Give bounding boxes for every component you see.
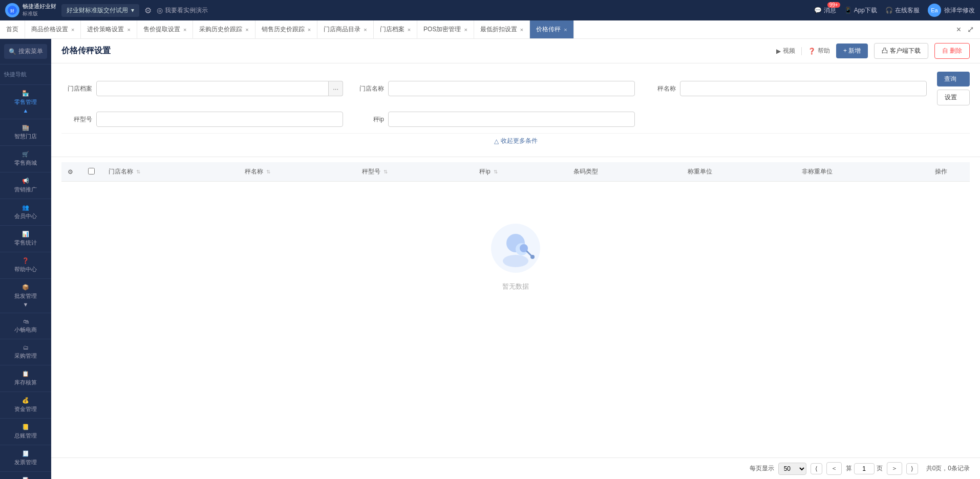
tab-price-scale[interactable]: 价格传秤 ×: [530, 20, 573, 38]
page-input[interactable]: [854, 463, 875, 474]
topbar: 财 畅捷通好业财 标准版 好业财标准版交付试用 ▾ ⚙ ◎ 我要看实例演示 💬 …: [0, 0, 980, 20]
close-icon[interactable]: ×: [127, 27, 130, 33]
app-download-btn[interactable]: 📱 App下载: [844, 6, 877, 15]
download-client-button[interactable]: 凸 客户端下载: [874, 43, 928, 59]
close-tab-btn[interactable]: ×: [954, 24, 963, 35]
demo-link[interactable]: ◎ 我要看实例演示: [157, 6, 208, 15]
store-archive-browse-btn[interactable]: ···: [329, 81, 343, 96]
sidebar-item-help-center[interactable]: ❓ 帮助中心: [0, 252, 51, 279]
data-table: ⚙ 门店名称 ⇅ 秤名称: [61, 162, 970, 182]
sidebar-item-tax[interactable]: 📑 税务管理: [0, 472, 51, 479]
sidebar-item-retail-mall[interactable]: 🛒 零售商城: [0, 146, 51, 172]
last-page-btn[interactable]: ⟩: [906, 463, 918, 474]
sidebar-item-wholesale-manage[interactable]: 📦 批发管理 ▼: [0, 279, 51, 313]
select-all-checkbox[interactable]: [88, 168, 95, 175]
sort-icon[interactable]: ⇅: [136, 169, 140, 175]
sidebar-search-btn[interactable]: 🔍 搜索菜单: [4, 44, 47, 59]
help-icon: ❓: [22, 257, 29, 264]
pagination-total: 共0页，0条记录: [926, 464, 970, 473]
smart-store-icon: 🏬: [22, 124, 29, 131]
close-icon[interactable]: ×: [464, 27, 467, 33]
video-link[interactable]: ▶ 视频: [776, 47, 795, 55]
messages-btn[interactable]: 💬 消息 99+: [814, 6, 836, 15]
divider: [801, 47, 802, 55]
finance-icon: 💰: [22, 397, 29, 404]
collapse-bar[interactable]: △ 收起更多条件: [61, 133, 970, 148]
tab-purchase-strategy[interactable]: 进价策略设置 ×: [81, 20, 137, 38]
close-icon[interactable]: ×: [408, 27, 411, 33]
th-non-weight-unit: 非称重单位: [796, 162, 929, 182]
close-icon[interactable]: ×: [71, 27, 74, 33]
per-page-label: 每页显示: [750, 464, 774, 473]
th-barcode-type: 条码类型: [567, 162, 681, 182]
topbar-settings-icon[interactable]: ⚙: [144, 6, 152, 15]
sidebar-item-retail-manage[interactable]: 🏪 零售管理 ▲: [0, 85, 51, 119]
scale-ip-input[interactable]: [388, 112, 635, 127]
settings-icon[interactable]: ⚙: [68, 168, 73, 176]
help-circle-icon: ❓: [808, 48, 816, 55]
maximize-tab-btn[interactable]: ⤢: [965, 24, 976, 35]
sidebar-item-smart-store[interactable]: 🏬 智慧门店: [0, 119, 51, 146]
close-icon[interactable]: ×: [308, 27, 311, 33]
sidebar-item-marketing[interactable]: 📢 营销推广: [0, 172, 51, 199]
th-scale-model: 秤型号 ⇅: [356, 162, 473, 182]
next-page-btn[interactable]: ＞: [887, 462, 902, 475]
per-page-select[interactable]: 50 10 20 100: [778, 463, 806, 475]
add-button[interactable]: + 新增: [836, 43, 868, 58]
sort-icon[interactable]: ⇅: [384, 169, 388, 175]
download-icon: 📱: [844, 7, 852, 14]
store-name-label: 门店名称: [353, 84, 384, 93]
tab-store-file[interactable]: 门店档案 ×: [374, 20, 417, 38]
table-header-row: ⚙ 门店名称 ⇅ 秤名称: [61, 162, 970, 182]
prev-page-btn[interactable]: ＜: [826, 462, 842, 475]
tab-pos-manage[interactable]: POS加密管理 ×: [417, 20, 474, 38]
tab-sale-extract[interactable]: 售价提取设置 ×: [137, 20, 193, 38]
tab-home[interactable]: 首页: [0, 20, 25, 38]
sidebar-item-member-center[interactable]: 👥 会员中心: [0, 199, 51, 226]
close-icon[interactable]: ×: [245, 27, 248, 33]
user-menu[interactable]: Ea 徐泽华修改: [928, 4, 975, 17]
filter-scale-model: 秤型号: [61, 112, 343, 127]
first-page-btn[interactable]: ⟨: [811, 463, 822, 474]
close-icon[interactable]: ×: [183, 27, 186, 33]
scale-name-input[interactable]: [680, 81, 927, 96]
sidebar-item-inventory[interactable]: 📋 库存核算: [0, 365, 51, 392]
th-settings: ⚙: [61, 162, 82, 182]
sidebar-item-finance[interactable]: 💰 资金管理: [0, 392, 51, 419]
sidebar-item-general-ledger[interactable]: 📒 总账管理: [0, 419, 51, 445]
close-icon[interactable]: ×: [364, 27, 367, 33]
tab-min-discount[interactable]: 最低折扣设置 ×: [474, 20, 530, 38]
store-archive-input[interactable]: [96, 81, 329, 96]
scale-model-input[interactable]: [96, 112, 343, 127]
tab-store-catalog[interactable]: 门店商品目录 ×: [317, 20, 373, 38]
sidebar-item-retail-stats[interactable]: 📊 零售统计: [0, 226, 51, 252]
online-service-btn[interactable]: 🎧 在线客服: [885, 6, 920, 15]
pagination-info: 算 页: [846, 463, 883, 474]
chevron-down-icon: ▾: [131, 7, 134, 14]
close-icon[interactable]: ×: [520, 27, 523, 33]
close-icon[interactable]: ×: [564, 27, 567, 33]
delete-button[interactable]: 自 删除: [934, 43, 970, 59]
table-section: ⚙ 门店名称 ⇅ 秤名称: [51, 157, 980, 458]
tab-price-setting[interactable]: 商品价格设置 ×: [25, 20, 81, 38]
settings-filter-button[interactable]: 设置: [937, 90, 970, 105]
svg-text:财: 财: [10, 9, 14, 13]
svg-point-4: [503, 255, 528, 267]
sidebar-item-xiaochang-ecom[interactable]: 🛍 小畅电商: [0, 313, 51, 339]
logo-icon: 财: [5, 3, 19, 17]
sidebar-item-purchase-manage[interactable]: 🗂 采购管理: [0, 339, 51, 365]
tab-bar-actions: × ⤢: [950, 20, 980, 38]
store-name-input[interactable]: [388, 81, 635, 96]
tab-sale-history[interactable]: 销售历史价跟踪 ×: [255, 20, 317, 38]
query-button[interactable]: 查询: [937, 72, 970, 86]
version-selector[interactable]: 好业财标准版交付试用 ▾: [61, 4, 139, 17]
scale-ip-label: 秤ip: [353, 115, 384, 124]
headset-icon: 🎧: [885, 7, 893, 14]
page-header-actions: ▶ 视频 ❓ 帮助 + 新增 凸 客户端下载 自 删除: [776, 43, 970, 59]
help-link[interactable]: ❓ 帮助: [808, 47, 830, 55]
sort-icon[interactable]: ⇅: [494, 169, 498, 175]
tab-purchase-history[interactable]: 采购历史价跟踪 ×: [193, 20, 255, 38]
sort-icon[interactable]: ⇅: [266, 169, 270, 175]
chevron-down-icon: ▼: [23, 301, 29, 308]
sidebar-item-invoice[interactable]: 🧾 发票管理: [0, 445, 51, 472]
